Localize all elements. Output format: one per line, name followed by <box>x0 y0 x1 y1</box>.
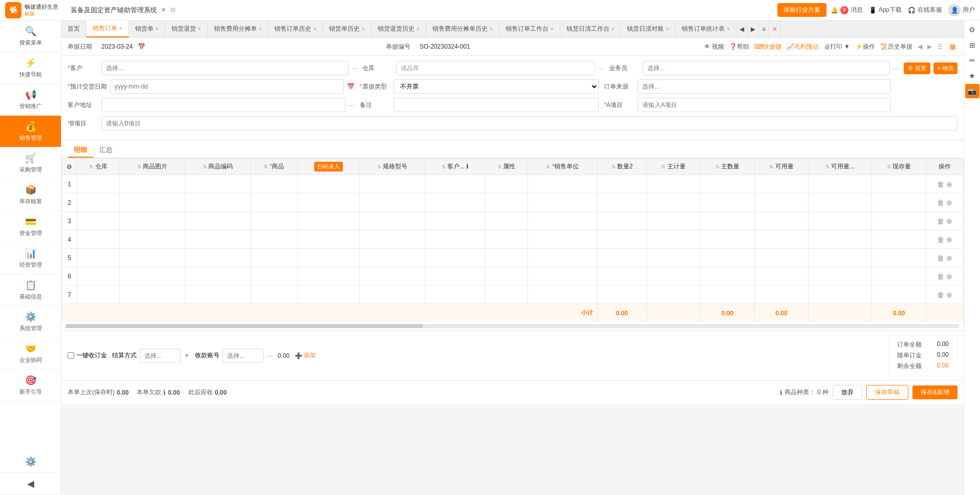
tab-order-workbench[interactable]: 销售订单工作台 × <box>499 20 560 37</box>
sidebar-item-guide[interactable]: 🎯 新手引导 <box>0 370 61 401</box>
list-view-icon[interactable]: ☰ <box>937 43 943 50</box>
sidebar-item-basic-info[interactable]: 📋 基础信息 <box>0 274 61 306</box>
delete-row-icon[interactable]: 🗑 <box>937 291 944 299</box>
row-qty2-5[interactable] <box>598 249 647 267</box>
invoice-type-select[interactable]: 不开票 <box>394 79 599 94</box>
save-draft-button[interactable]: 保存草稿 <box>866 385 908 400</box>
close-tab-icon[interactable]: × <box>156 26 159 32</box>
row-spec-1[interactable] <box>360 175 425 193</box>
save-new-button[interactable]: 保存&新增 <box>912 385 957 399</box>
nav-next-icon[interactable]: ▶ <box>927 43 932 50</box>
gear-icon[interactable]: ⚙ <box>170 6 176 14</box>
row-stock-6[interactable] <box>872 267 926 286</box>
row-attr-3[interactable] <box>485 212 528 230</box>
row-main-qty-2[interactable] <box>701 193 754 212</box>
row-cust-spec-7[interactable] <box>425 286 485 304</box>
discard-button[interactable]: 放弃 <box>833 385 862 400</box>
row-avail-6[interactable] <box>754 267 808 286</box>
close-tab-icon[interactable]: × <box>198 26 201 32</box>
profit-btn[interactable]: 📈毛利预估 <box>787 42 819 51</box>
row-stock-7[interactable] <box>872 286 926 304</box>
row-cust-spec-4[interactable] <box>425 230 485 249</box>
logistics-btn[interactable]: + 物流 <box>933 62 957 74</box>
copy-row-icon[interactable]: ⊕ <box>946 272 952 281</box>
row-avail-5[interactable] <box>754 249 808 267</box>
row-product-7[interactable] <box>250 286 297 304</box>
row-avail2-4[interactable] <box>809 230 872 249</box>
grid-view-icon[interactable]: ▦ <box>948 42 957 51</box>
row-attr-7[interactable] <box>485 286 528 304</box>
row-stock-2[interactable] <box>872 193 926 212</box>
row-product-img-5[interactable] <box>120 249 185 267</box>
tab-home[interactable]: 首页 <box>61 20 86 37</box>
row-main-unit-1[interactable] <box>646 175 700 193</box>
row-attr-5[interactable] <box>485 249 528 267</box>
view-btn[interactable]: 👁视频 <box>704 42 724 51</box>
sidebar-item-inventory[interactable]: 📦 库存核算 <box>0 179 61 211</box>
calendar-icon[interactable]: 📅 <box>138 43 145 50</box>
customer-input[interactable] <box>101 61 349 75</box>
tab-sales-invoice[interactable]: 销货单 × <box>129 20 165 37</box>
row-cust-spec-1[interactable] <box>425 175 485 193</box>
col-available[interactable]: ⇅ 可用量 <box>754 159 808 175</box>
close-tab-icon[interactable]: × <box>666 26 669 32</box>
calendar2-icon[interactable]: 📅 <box>347 83 355 90</box>
row-stock-3[interactable] <box>872 212 926 230</box>
tab-nav-next[interactable]: ▶ <box>748 20 759 37</box>
row-product-img-1[interactable] <box>120 175 185 193</box>
notification-btn[interactable]: 🔔 9 消息 <box>831 6 863 14</box>
row-avail-7[interactable] <box>754 286 808 304</box>
right-btn-star[interactable]: ★ <box>965 69 979 83</box>
row-avail2-3[interactable] <box>809 212 872 230</box>
row-avail-4[interactable] <box>754 230 808 249</box>
row-qty2-7[interactable] <box>598 286 647 304</box>
row-avail-3[interactable] <box>754 212 808 230</box>
row-product-img-3[interactable] <box>120 212 185 230</box>
industry-plan-button[interactable]: 体验行业方案 <box>777 3 826 17</box>
row-product-img-6[interactable] <box>120 267 185 286</box>
row-spec-4[interactable] <box>360 230 425 249</box>
delivery-date-input[interactable] <box>110 79 344 94</box>
row-main-qty-5[interactable] <box>701 249 754 267</box>
row-warehouse-6[interactable] <box>77 267 120 286</box>
user-btn[interactable]: 👤 用户 <box>948 4 975 16</box>
close-tab-icon[interactable]: × <box>119 26 122 31</box>
row-warehouse-1[interactable] <box>77 175 120 193</box>
settings-btn[interactable]: ⚙ 设置 <box>904 62 930 74</box>
row-avail2-6[interactable] <box>809 267 872 286</box>
row-cust-spec-3[interactable] <box>425 212 485 230</box>
quick-order-checkbox[interactable]: 一键收订金 <box>68 351 107 360</box>
close-tab-icon[interactable]: × <box>313 26 316 32</box>
row-main-qty-1[interactable] <box>701 175 754 193</box>
sidebar-item-cooperation[interactable]: 🤝 企业协同 <box>0 338 61 370</box>
shortcut-btn[interactable]: ⌨快捷键 <box>754 42 781 51</box>
row-spec-5[interactable] <box>360 249 425 267</box>
nav-prev-icon[interactable]: ◀ <box>918 43 922 50</box>
col-qty2[interactable]: ⇅ 数量2 <box>598 159 647 175</box>
row-stock-4[interactable] <box>872 230 926 249</box>
row-avail2-5[interactable] <box>809 249 872 267</box>
row-avail-1[interactable] <box>754 175 808 193</box>
row-avail2-7[interactable] <box>809 286 872 304</box>
col-product-code[interactable]: ⇅ 商品编码 <box>185 159 250 175</box>
row-unit-1[interactable] <box>528 175 598 193</box>
row-warehouse-4[interactable] <box>77 230 120 249</box>
col-product-img[interactable]: ⇅ 商品图片 <box>120 159 185 175</box>
col-unit[interactable]: ⇅ *销售单位 <box>528 159 598 175</box>
row-unit-5[interactable] <box>528 249 598 267</box>
warehouse-input[interactable] <box>396 61 595 75</box>
add-btn[interactable]: ➕ 添加 <box>295 351 316 360</box>
row-cust-spec-5[interactable] <box>425 249 485 267</box>
row-product-code-6[interactable] <box>185 267 250 286</box>
row-main-unit-3[interactable] <box>646 212 700 230</box>
row-product-3[interactable] <box>250 212 297 230</box>
row-main-qty-6[interactable] <box>701 267 754 286</box>
copy-row-icon[interactable]: ⊕ <box>946 235 952 244</box>
quick-order-check[interactable] <box>68 352 74 359</box>
tab-close-all[interactable]: ✕ <box>769 20 781 37</box>
row-unit-4[interactable] <box>528 230 598 249</box>
row-avail-2[interactable] <box>754 193 808 212</box>
close-tab-icon[interactable]: × <box>727 26 730 32</box>
row-avail2-2[interactable] <box>809 193 872 212</box>
row-attr-6[interactable] <box>485 267 528 286</box>
